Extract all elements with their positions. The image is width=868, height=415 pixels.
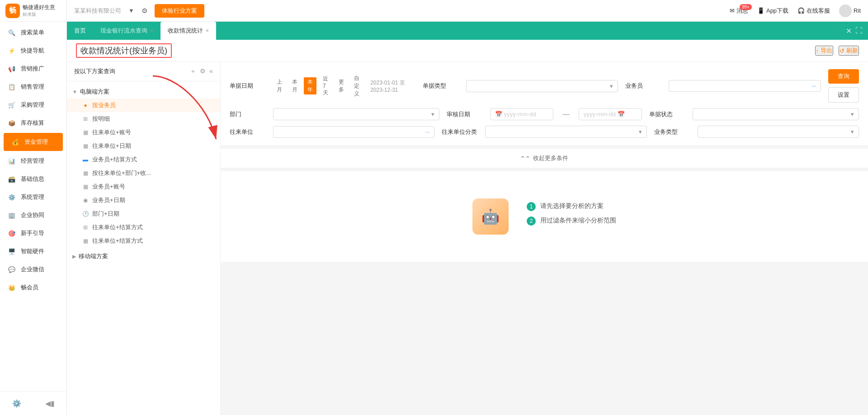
right-panel: 单据日期 上月 本月 本年 近7天 更多 自定义 2023-01-01 至 20… [221, 62, 868, 415]
step-1-num: 1 [527, 202, 536, 211]
app-download-button[interactable]: 📱 App下载 [757, 7, 788, 15]
main-content: 收款情况统计(按业务员) ↑ 导出 ↺ 刷新 按以下方案查询 ＋ ⚙ « [67, 40, 868, 415]
tree-item-salesperson-settlement[interactable]: ▬ 业务员+结算方式 [67, 153, 220, 166]
user-menu[interactable]: Rit [839, 5, 861, 17]
filter-row-1: 单据日期 上月 本月 本年 近7天 更多 自定义 2023-01-01 至 20… [230, 69, 859, 103]
unit-date-icon: ▦ [81, 142, 90, 150]
tree-group-mobile-header[interactable]: ▶ 移动端方案 [67, 250, 220, 263]
tree-item-unit-settlement2[interactable]: ▦ 往来单位+结算方式 [67, 234, 220, 248]
trial-button[interactable]: 体验行业方案 [155, 4, 204, 18]
collapse-panel-icon[interactable]: « [209, 67, 213, 75]
tree-item-salesperson[interactable]: ● 按业务员 [67, 99, 220, 112]
counterparty-more-icon[interactable]: ··· [425, 129, 429, 135]
empty-step-2: 2 用过滤条件来缩小分析范围 [527, 217, 616, 226]
sidebar-item-operate[interactable]: 📊 经营管理 [0, 152, 66, 170]
sidebar-item-stock[interactable]: 📦 库存核算 [0, 114, 66, 132]
refresh-button[interactable]: ↺ 刷新 [839, 46, 859, 56]
settings-icon[interactable]: ⚙️ [9, 396, 25, 411]
logo-icon: 畅 [5, 4, 20, 18]
doctype-select[interactable]: ▾ [466, 80, 618, 92]
logo: 畅 畅捷通好生意 标准版 [0, 0, 66, 22]
sidebar-item-quicknav[interactable]: ⚡ 快捷导航 [0, 42, 66, 60]
date-tab-lastmonth[interactable]: 上月 [273, 77, 286, 94]
tree-item-unit-settlement1[interactable]: ⊞ 往来单位+结算方式 [67, 221, 220, 234]
hardware-icon: 🖥️ [7, 247, 16, 256]
sidebar-item-company[interactable]: 🏢 企业协同 [0, 206, 66, 224]
sidebar-item-hardware[interactable]: 🖥️ 智能硬件 [0, 242, 66, 260]
tree-item-unit-dept[interactable]: ▦ 按往来单位+部门+收... [67, 166, 220, 180]
gear-icon[interactable]: ⚙ [142, 7, 147, 15]
tab-home[interactable]: 首页 [67, 22, 93, 40]
panel-title: 按以下方案查询 [74, 67, 115, 75]
date-label: 单据日期 [230, 82, 266, 90]
counterparty-cat-select[interactable]: ▾ [485, 126, 646, 138]
sidebar-item-marketing[interactable]: 📢 营销推广 [0, 60, 66, 78]
unit-settlement2-icon: ▦ [81, 237, 90, 245]
tab-bank[interactable]: 现金银行流水查询 × [93, 22, 160, 40]
collapse-bar[interactable]: ⌃⌃ 收起更多条件 [221, 149, 868, 168]
export-button[interactable]: ↑ 导出 [815, 46, 834, 56]
docstatus-arrow-icon: ▾ [851, 111, 854, 118]
review-date-from[interactable]: 📅 yyyy-mm-dd [490, 108, 553, 120]
salesperson-account-icon: ▦ [81, 183, 90, 191]
counterparty-select[interactable]: ··· [273, 126, 434, 138]
tab-close-all-icon[interactable]: ✕ [846, 27, 852, 35]
dept-select[interactable]: ▾ [273, 108, 439, 120]
tree-item-dept-date[interactable]: 🕐 部门+日期 [67, 207, 220, 221]
tab-bank-close[interactable]: × [150, 28, 153, 34]
sidebar-item-system[interactable]: ⚙️ 系统管理 [0, 188, 66, 206]
sidebar-item-basic[interactable]: 🗃️ 基础信息 [0, 170, 66, 188]
page-title: 收款情况统计(按业务员) [76, 43, 172, 58]
sidebar-item-fund[interactable]: 💰 资金管理 [4, 133, 63, 151]
empty-state: 🤖 1 请先选择要分析的方案 2 用过滤条件来缩小分析范围 [221, 171, 868, 262]
tree-item-salesperson-date[interactable]: ◉ 业务员+日期 [67, 193, 220, 207]
company-icon: 🏢 [7, 211, 16, 220]
settings-button[interactable]: 设置 [828, 87, 859, 103]
online-service-button[interactable]: 🎧 在线客服 [797, 7, 830, 15]
date-dash: — [561, 110, 571, 118]
add-scheme-icon[interactable]: ＋ [190, 67, 196, 75]
tree-group-desktop-header[interactable]: ▼ 电脑端方案 [67, 85, 220, 99]
filter-section: 单据日期 上月 本月 本年 近7天 更多 自定义 2023-01-01 至 20… [221, 62, 868, 145]
salesperson-label: 业务员 [625, 82, 661, 90]
date-tab-7days[interactable]: 近7天 [319, 74, 332, 98]
tree-item-detail[interactable]: ⊞ 按明细 [67, 112, 220, 126]
tree-item-unit-account[interactable]: ▦ 往来单位+账号 [67, 126, 220, 139]
query-button[interactable]: 查询 [828, 69, 859, 84]
sidebar-item-member[interactable]: 👑 畅会员 [0, 278, 66, 297]
tab-collection-close[interactable]: × [206, 28, 209, 34]
sidebar-item-sales[interactable]: 📋 销售管理 [0, 78, 66, 96]
wechat-icon: 💬 [7, 265, 16, 274]
doc-status-select[interactable]: ▾ [693, 108, 859, 120]
date-tab-more[interactable]: 更多 [335, 77, 348, 94]
logo-text: 畅捷通好生意 标准版 [23, 4, 55, 18]
sidebar-item-guide[interactable]: 🎯 新手引导 [0, 224, 66, 242]
sidebar-item-purchase[interactable]: 🛒 采购管理 [0, 96, 66, 114]
sidebar-item-wechat[interactable]: 💬 企业微信 [0, 260, 66, 278]
filter-row-2: 部门 ▾ 审核日期 📅 yyyy-mm-dd — yyyy-mm-dd 📅 [230, 108, 859, 120]
empty-steps: 1 请先选择要分析的方案 2 用过滤条件来缩小分析范围 [527, 202, 616, 231]
tree-item-salesperson-account[interactable]: ▦ 业务员+账号 [67, 180, 220, 193]
tree-arrow-down-icon: ▼ [72, 89, 77, 94]
header-dropdown[interactable]: ▼ [128, 7, 134, 14]
tree-item-unit-date[interactable]: ▦ 往来单位+日期 [67, 139, 220, 153]
tab-collection[interactable]: 收款情况统计 × [160, 22, 216, 40]
salesperson-more-icon[interactable]: ··· [811, 83, 816, 89]
biz-type-select[interactable]: ▾ [698, 126, 859, 138]
date-tab-custom[interactable]: 自定义 [350, 74, 365, 99]
collapse-icon[interactable]: ◀▮ [42, 396, 58, 411]
salesperson-select[interactable]: ··· [669, 80, 821, 92]
doctype-label: 单据类型 [423, 82, 459, 90]
review-date-to[interactable]: yyyy-mm-dd 📅 [579, 108, 642, 120]
basic-icon: 🗃️ [7, 174, 16, 184]
date-tab-thisyear[interactable]: 本年 [304, 77, 316, 94]
sidebar-item-search[interactable]: 🔍 搜索菜单 [0, 24, 66, 42]
salesperson-settlement-icon: ▬ [81, 156, 90, 164]
date-tab-thismonth[interactable]: 本月 [288, 77, 301, 94]
guide-icon: 🎯 [7, 229, 16, 238]
unit-account-icon: ▦ [81, 128, 90, 137]
settings-scheme-icon[interactable]: ⚙ [200, 67, 206, 75]
message-button[interactable]: ✉ 消息 99+ [730, 7, 748, 15]
system-icon: ⚙️ [7, 193, 16, 202]
tab-expand-icon[interactable]: ⛶ [855, 27, 863, 35]
